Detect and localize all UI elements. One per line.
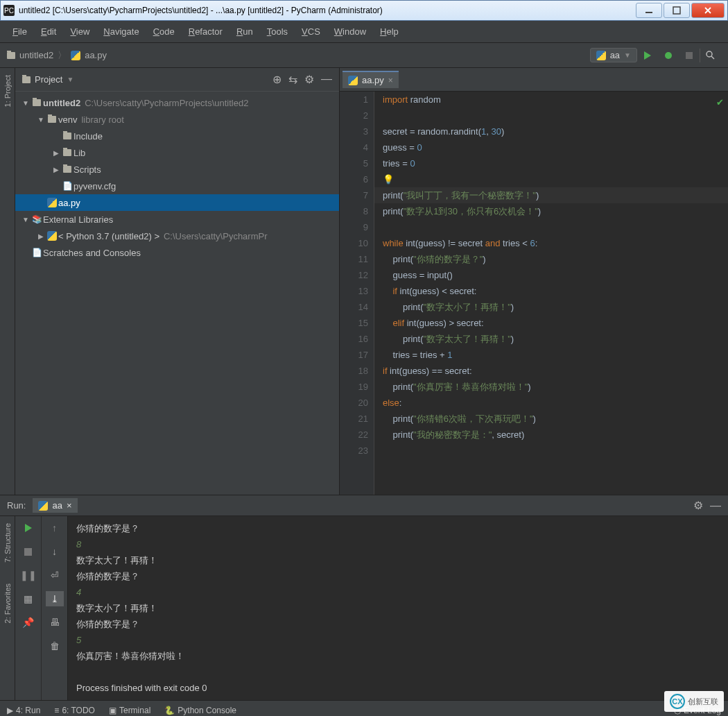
tool-terminal[interactable]: ▣ Terminal — [109, 706, 150, 715]
collapse-all-icon[interactable]: ⇆ — [288, 73, 297, 86]
tree-item[interactable]: Include — [15, 128, 339, 144]
trash-button[interactable]: 🗑 — [46, 638, 64, 654]
code-area[interactable]: import random secret = random.randint(1,… — [374, 92, 728, 495]
structure-tool-tab[interactable]: 7: Structure — [3, 523, 12, 563]
tree-item[interactable]: ▼venvlibrary root — [15, 111, 339, 128]
svg-rect-5 — [24, 548, 32, 556]
console-line: 你猜的数字是？ — [76, 568, 720, 584]
breadcrumb-separator-icon: 〉 — [58, 49, 67, 62]
down-button[interactable]: ↓ — [46, 544, 64, 559]
expand-arrow-icon[interactable]: ▶ — [36, 232, 46, 240]
menu-code[interactable]: Code — [148, 24, 180, 40]
hide-icon[interactable]: — — [710, 500, 721, 512]
project-panel: Project ▼ ⊕ ⇆ ⚙ — ▼untitled2C:\Users\cat… — [15, 68, 340, 495]
scroll-end-button[interactable]: ⤓ — [46, 591, 64, 606]
breadcrumb[interactable]: untitled2 〉 aa.py — [7, 49, 107, 62]
menu-help[interactable]: Help — [374, 24, 404, 40]
menu-run[interactable]: Run — [231, 24, 259, 40]
menu-edit[interactable]: Edit — [35, 24, 62, 40]
tree-item-label: pyvenv.cfg — [73, 181, 116, 191]
watermark-text: 创新互联 — [688, 697, 718, 707]
tool-python-console[interactable]: 🐍 Python Console — [164, 706, 236, 715]
project-panel-header: Project ▼ ⊕ ⇆ ⚙ — — [15, 68, 339, 92]
tab-label: aa.py — [362, 75, 384, 85]
python-icon — [596, 51, 606, 60]
tree-item[interactable]: ▶Scripts — [15, 161, 339, 178]
tree-item-path: library root — [81, 114, 123, 125]
locate-icon[interactable]: ⊕ — [272, 73, 281, 86]
editor-body[interactable]: 1234567891011121314151617181920212223 im… — [340, 92, 728, 495]
menu-refactor[interactable]: Refactor — [183, 24, 228, 40]
tab-close-icon[interactable]: × — [388, 76, 393, 85]
stop-button[interactable] — [679, 45, 700, 66]
layout-button[interactable]: ▦ — [19, 591, 37, 606]
editor-tab[interactable]: aa.py × — [343, 71, 399, 88]
tool-run[interactable]: ▶ 4: Run — [7, 706, 40, 715]
tree-item[interactable]: 📄pyvenv.cfg — [15, 178, 339, 194]
favorites-tool-tab[interactable]: 2: Favorites — [3, 583, 12, 623]
folder-icon — [22, 76, 31, 83]
maximize-button[interactable] — [664, 3, 690, 18]
menu-window[interactable]: Window — [329, 24, 372, 40]
tree-item-label: venv — [58, 114, 77, 125]
tree-item-path: C:\Users\catty\PycharmProjects\untitled2 — [85, 98, 248, 108]
run-button[interactable] — [637, 45, 658, 66]
folder-icon — [61, 149, 73, 156]
tree-item[interactable]: aa.py — [15, 194, 339, 211]
run-label: Run: — [7, 500, 26, 511]
dropdown-icon: ▼ — [624, 51, 631, 59]
tree-item[interactable]: 📄Scratches and Consoles — [15, 244, 339, 261]
menu-tools[interactable]: Tools — [261, 24, 293, 40]
up-button[interactable]: ↑ — [46, 520, 64, 536]
stop-button[interactable] — [19, 544, 37, 559]
tree-item[interactable]: ▼📚External Libraries — [15, 211, 339, 228]
tab-close-icon[interactable]: × — [67, 500, 72, 511]
run-config-name: aa — [610, 50, 620, 60]
editor-tabs: aa.py × — [340, 68, 728, 92]
run-configuration-selector[interactable]: aa ▼ — [590, 48, 637, 62]
tool-todo[interactable]: ≡ 6: TODO — [54, 706, 95, 715]
expand-arrow-icon[interactable]: ▼ — [21, 99, 31, 107]
project-tool-tab[interactable]: 1: Project — [3, 75, 12, 107]
tree-item[interactable]: ▶Lib — [15, 144, 339, 161]
console-line: 数字太大了！再猜！ — [76, 552, 720, 568]
folder-icon — [61, 166, 73, 173]
tree-item-label: Include — [73, 131, 103, 142]
expand-arrow-icon[interactable]: ▼ — [21, 216, 31, 223]
minimize-button[interactable] — [636, 3, 662, 18]
run-tab[interactable]: aa × — [33, 498, 77, 513]
menu-file[interactable]: File — [7, 24, 33, 40]
menu-vcs[interactable]: VCS — [296, 24, 326, 40]
close-button[interactable] — [691, 3, 725, 18]
run-tab-label: aa — [52, 500, 62, 511]
breadcrumb-file: aa.py — [85, 50, 107, 60]
dropdown-icon[interactable]: ▼ — [67, 76, 73, 83]
soft-wrap-button[interactable]: ⏎ — [46, 568, 64, 583]
left-tool-stripe-lower: 7: Structure 2: Favorites — [0, 516, 15, 700]
pin-button[interactable]: 📌 — [19, 615, 37, 630]
settings-icon[interactable]: ⚙ — [693, 499, 703, 512]
print-button[interactable]: 🖶 — [46, 615, 64, 630]
main-area: 1: Project Project ▼ ⊕ ⇆ ⚙ — ▼untitled2C… — [0, 68, 728, 495]
console-output[interactable]: 你猜的数字是？8数字太大了！再猜！你猜的数字是？4数字太小了！再猜！你猜的数字是… — [68, 516, 728, 700]
hide-icon[interactable]: — — [321, 73, 332, 86]
menu-navigate[interactable]: Navigate — [98, 24, 144, 40]
tree-item-label: untitled2 — [43, 98, 80, 108]
expand-arrow-icon[interactable]: ▶ — [51, 149, 61, 157]
tree-item[interactable]: ▼untitled2C:\Users\catty\PycharmProjects… — [15, 94, 339, 111]
expand-arrow-icon[interactable]: ▶ — [51, 166, 61, 173]
tree-item[interactable]: ▶< Python 3.7 (untitled2) >C:\Users\catt… — [15, 228, 339, 244]
pause-button[interactable]: ❚❚ — [19, 568, 37, 583]
line-number-gutter: 1234567891011121314151617181920212223 — [340, 92, 374, 495]
search-everywhere-button[interactable] — [700, 45, 721, 66]
menu-view[interactable]: View — [64, 24, 95, 40]
rerun-button[interactable] — [19, 520, 37, 536]
expand-arrow-icon[interactable]: ▼ — [36, 116, 46, 123]
python-icon — [38, 501, 48, 511]
settings-icon[interactable]: ⚙ — [304, 73, 314, 86]
app-icon: PC — [3, 5, 15, 16]
debug-button[interactable] — [658, 45, 679, 66]
console-line: 5 — [76, 632, 720, 648]
project-tree[interactable]: ▼untitled2C:\Users\catty\PycharmProjects… — [15, 92, 339, 495]
svg-point-4 — [707, 51, 712, 57]
